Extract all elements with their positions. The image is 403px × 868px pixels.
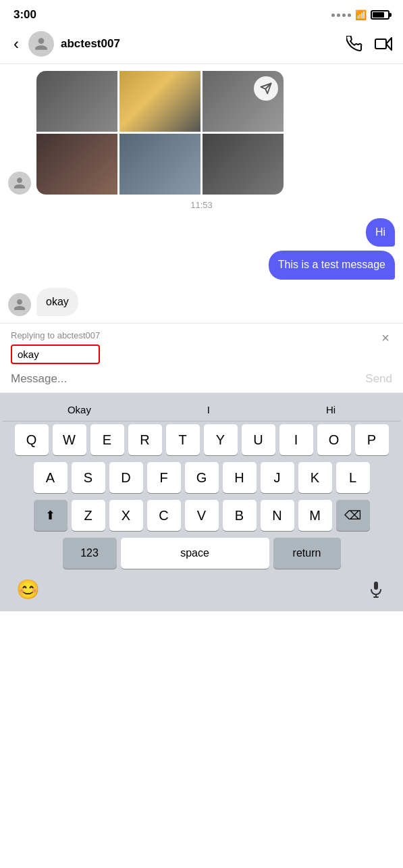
key-n[interactable]: N (261, 500, 294, 531)
key-u[interactable]: U (242, 424, 275, 455)
backspace-key[interactable]: ⌫ (336, 500, 370, 531)
key-m[interactable]: M (298, 500, 332, 531)
message-row-test: This is a test message (8, 251, 395, 279)
bubble-hi: Hi (366, 218, 395, 247)
send-button[interactable]: Send (365, 372, 392, 386)
wifi-icon: 📶 (355, 9, 367, 20)
incoming-message-row: okay (0, 288, 403, 316)
reply-info: Replying to abctest007 okay (11, 330, 100, 364)
key-g[interactable]: G (185, 462, 219, 493)
header-actions (346, 36, 392, 52)
suggestion-okay[interactable]: Okay (68, 404, 91, 415)
suggestion-i[interactable]: I (207, 404, 210, 415)
key-z[interactable]: Z (72, 500, 105, 531)
signal-icon (331, 14, 351, 17)
numbers-key[interactable]: 123 (63, 538, 117, 569)
image-cell-2 (119, 71, 200, 132)
reply-panel: Replying to abctest007 okay × (0, 323, 403, 368)
status-time: 3:00 (14, 8, 36, 22)
key-h[interactable]: H (223, 462, 257, 493)
key-i[interactable]: I (279, 424, 313, 455)
sender-avatar (8, 172, 31, 195)
key-a[interactable]: A (34, 462, 68, 493)
input-row: Send (0, 368, 403, 393)
key-row-4: 123 space return (5, 538, 398, 573)
svg-rect-4 (374, 582, 378, 590)
key-v[interactable]: V (185, 500, 219, 531)
image-cell-6 (203, 134, 284, 195)
shift-key[interactable]: ⬆ (34, 500, 68, 531)
key-row-2: A S D F G H J K L (5, 462, 398, 493)
key-d[interactable]: D (109, 462, 143, 493)
svg-rect-0 (375, 39, 386, 49)
suggestion-hi[interactable]: Hi (326, 404, 335, 415)
key-row-1: Q W E R T Y U I O P (5, 424, 398, 455)
contact-name[interactable]: abctest007 (61, 37, 340, 51)
close-reply-button[interactable]: × (379, 330, 392, 346)
chat-header: ‹ abctest007 (0, 26, 403, 64)
key-x[interactable]: X (109, 500, 143, 531)
forward-button[interactable] (254, 76, 278, 101)
space-key[interactable]: space (121, 538, 269, 569)
bubble-test: This is a test message (269, 251, 395, 279)
status-bar: 3:00 📶 (0, 0, 403, 26)
key-o[interactable]: O (317, 424, 351, 455)
key-b[interactable]: B (223, 500, 257, 531)
reply-to-label: Replying to abctest007 (11, 330, 100, 340)
svg-marker-1 (386, 38, 392, 50)
avatar (28, 31, 54, 57)
status-icons: 📶 (331, 9, 389, 20)
key-rows: Q W E R T Y U I O P A S D F G H J K (3, 422, 400, 573)
key-y[interactable]: Y (204, 424, 238, 455)
keyboard-suggestions: Okay I Hi (3, 400, 400, 422)
back-button[interactable]: ‹ (11, 32, 22, 56)
key-l[interactable]: L (336, 462, 370, 493)
key-t[interactable]: T (166, 424, 200, 455)
key-f[interactable]: F (147, 462, 181, 493)
key-k[interactable]: K (298, 462, 332, 493)
key-j[interactable]: J (261, 462, 294, 493)
key-w[interactable]: W (53, 424, 86, 455)
message-row-hi: Hi (8, 218, 395, 247)
image-cell-1 (36, 71, 117, 132)
key-p[interactable]: P (355, 424, 389, 455)
messages: Hi This is a test message (0, 218, 403, 280)
image-grid (36, 71, 284, 195)
key-c[interactable]: C (147, 500, 181, 531)
key-q[interactable]: Q (15, 424, 49, 455)
message-input[interactable] (11, 372, 358, 386)
bottom-bar: 😊 (3, 573, 400, 611)
emoji-button[interactable]: 😊 (16, 578, 40, 601)
chat-area: 11:53 Hi This is a test message okay (0, 64, 403, 323)
key-e[interactable]: E (90, 424, 124, 455)
key-r[interactable]: R (128, 424, 162, 455)
battery-icon (371, 10, 389, 20)
phone-icon[interactable] (346, 36, 362, 52)
video-icon[interactable] (375, 36, 392, 51)
image-grid-message (0, 71, 403, 195)
image-cell-3 (203, 71, 284, 132)
chat-container: 11:53 Hi This is a test message okay (0, 64, 403, 611)
timestamp: 11:53 (0, 200, 403, 210)
keyboard: Okay I Hi Q W E R T Y U I O P A S (0, 393, 403, 611)
key-s[interactable]: S (72, 462, 105, 493)
microphone-icon[interactable] (368, 580, 384, 599)
key-row-3: ⬆ Z X C V B N M ⌫ (5, 500, 398, 531)
bubble-okay: okay (36, 288, 78, 316)
return-key[interactable]: return (273, 538, 341, 569)
incoming-avatar (8, 293, 31, 316)
reply-preview: okay (11, 344, 100, 364)
image-cell-4 (36, 134, 117, 195)
image-cell-5 (119, 134, 200, 195)
